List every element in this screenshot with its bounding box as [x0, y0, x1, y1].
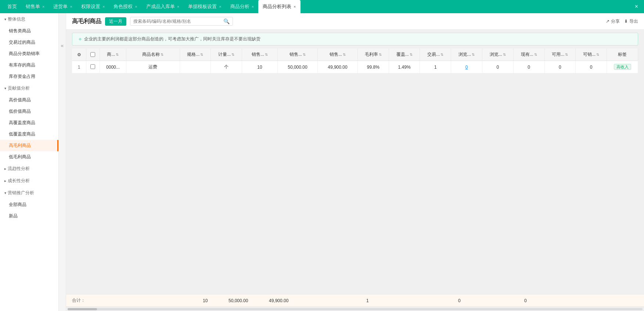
tab-template[interactable]: 单据模板设置 × [184, 0, 226, 13]
sidebar-group-overall[interactable]: ▾ 整体信息 [0, 13, 58, 25]
sort-icon7: ⇅ [343, 53, 346, 57]
cell-current-stock: 0 [513, 61, 544, 73]
tab-close-role[interactable]: × [135, 4, 137, 9]
sort-icon4: ⇅ [231, 53, 234, 57]
content-area: 高毛利商品 近一月 🔍 ↗ 分享 ⬇ 导出 ✧ 企业的主要的利润都是这部分商品创… [66, 13, 644, 311]
table-footer: 合计： 10 50,000.00 49,900.00 1 0 0 [66, 294, 644, 307]
tab-warehouse[interactable]: 产成品入库单 × [142, 0, 184, 13]
cell-available: 0 [544, 61, 576, 73]
cell-spec [180, 61, 211, 73]
sidebar-item-traded-goods[interactable]: 交易过的商品 [0, 37, 58, 48]
tab-purchase[interactable]: 进货单 × [49, 0, 76, 13]
cell-unit: 个 [211, 61, 242, 73]
search-input[interactable] [133, 19, 222, 24]
col-unit[interactable]: 计量... ⇅ [211, 48, 242, 61]
tab-close-analysis[interactable]: × [252, 4, 254, 9]
sort-icon15: ⇅ [596, 53, 599, 57]
tab-role[interactable]: 角色授权 × [109, 0, 141, 13]
sort-icon9: ⇅ [410, 53, 413, 57]
footer-sales-qty: 10 [203, 298, 208, 303]
sidebar-item-low-coverage[interactable]: 低覆盖度商品 [0, 129, 58, 140]
tab-close-purchase[interactable]: × [70, 4, 72, 9]
col-spec[interactable]: 规格... ⇅ [180, 48, 211, 61]
select-all-checkbox[interactable] [90, 52, 95, 57]
page-title: 高毛利商品 [72, 18, 101, 25]
col-settings[interactable]: ⚙ [72, 48, 86, 61]
cell-browse1[interactable]: 0 [451, 61, 482, 73]
horizontal-scrollbar[interactable] [66, 307, 644, 311]
sort-icon5: ⇅ [265, 53, 268, 57]
sidebar-group-marketing[interactable]: ▾ 营销推广分析 [0, 187, 58, 199]
share-icon: ↗ [606, 19, 609, 24]
cell-name: 运费 [126, 61, 180, 73]
sidebar-item-low-value[interactable]: 低价值商品 [0, 106, 58, 117]
filter-recent-month-button[interactable]: 近一月 [105, 17, 126, 26]
sort-icon12: ⇅ [503, 53, 506, 57]
tab-permission[interactable]: 权限设置 × [77, 0, 109, 13]
col-transaction[interactable]: 交易... ⇅ [420, 48, 451, 61]
sort-icon8: ⇅ [379, 53, 382, 57]
chevron-left-icon: « [61, 43, 64, 48]
col-id[interactable]: 商... ⇅ [100, 48, 126, 61]
sidebar-item-low-margin[interactable]: 低毛利商品 [0, 151, 58, 163]
sidebar-item-stock-goods[interactable]: 有库存的商品 [0, 59, 58, 71]
hint-icon: ✧ [78, 37, 82, 42]
window-close-button[interactable]: × [632, 3, 641, 10]
sort-icon14: ⇅ [565, 53, 568, 57]
share-button[interactable]: ↗ 分享 [606, 18, 620, 25]
col-coverage[interactable]: 覆盖... ⇅ [389, 48, 420, 61]
table-wrapper: ⚙ 商... ⇅ [66, 48, 644, 294]
footer-transaction: 1 [355, 298, 380, 303]
sidebar-item-category-rate[interactable]: 商品分类助销率 [0, 48, 58, 59]
sidebar-group-contribution[interactable]: ▾ 贡献值分析 [0, 82, 58, 94]
tab-analysis-list[interactable]: 商品分析列表 × [258, 0, 300, 13]
row-checkbox[interactable] [90, 64, 95, 69]
sidebar-collapse-button[interactable]: « [59, 13, 66, 311]
col-name[interactable]: 商品名称 ⇅ [126, 48, 180, 61]
col-tag[interactable]: 标签 [607, 48, 638, 61]
footer-current-stock: 0 [446, 298, 472, 303]
col-current-stock[interactable]: 现有... ⇅ [513, 48, 544, 61]
sidebar: ▾ 整体信息 销售类商品 交易过的商品 商品分类助销率 有库存的商品 库存资金占… [0, 13, 59, 311]
sidebar-item-new-goods[interactable]: 新品 [0, 210, 58, 222]
tab-sales-order[interactable]: 销售单 × [21, 0, 49, 13]
search-box: 🔍 [130, 17, 233, 26]
tab-analysis[interactable]: 商品分析 × [226, 0, 258, 13]
col-browse1[interactable]: 浏览... ⇅ [451, 48, 482, 61]
tab-close-permission[interactable]: × [102, 4, 105, 9]
sidebar-group-growth[interactable]: ▸ 成长性分析 [0, 175, 58, 187]
tab-homepage[interactable]: 首页 [3, 0, 21, 13]
col-sales-amount[interactable]: 销售... ⇅ [277, 48, 317, 61]
arrow-right-icon: ▸ [4, 167, 6, 171]
sidebar-item-all-goods[interactable]: 全部商品 [0, 199, 58, 210]
sidebar-item-sales-goods[interactable]: 销售类商品 [0, 25, 58, 37]
sidebar-item-high-coverage[interactable]: 高覆盖度商品 [0, 117, 58, 129]
sidebar-item-high-value[interactable]: 高价值商品 [0, 94, 58, 106]
cell-tag: 高收入 [607, 61, 638, 73]
sidebar-item-stock-capital[interactable]: 库存资金占用 [0, 71, 58, 82]
col-saleable[interactable]: 可销... ⇅ [576, 48, 607, 61]
sort-icon6: ⇅ [303, 53, 306, 57]
export-button[interactable]: ⬇ 导出 [624, 18, 638, 25]
col-gross-margin[interactable]: 毛利率 ⇅ [357, 48, 389, 61]
hint-text: 企业的主要的利润都是这部分商品创造的，可考虑加大推广，同时关注库存是不要出现缺货 [84, 36, 260, 42]
footer-label: 合计： [72, 297, 85, 304]
search-icon[interactable]: 🔍 [223, 18, 230, 24]
col-sales-qty[interactable]: 销售... ⇅ [242, 48, 278, 61]
col-browse2[interactable]: 浏览... ⇅ [482, 48, 514, 61]
tab-close-sales[interactable]: × [42, 4, 44, 9]
tab-close-warehouse[interactable]: × [177, 4, 179, 9]
cell-id: 0000... [100, 61, 126, 73]
cell-checkbox [86, 61, 100, 73]
cell-transaction: 1 [420, 61, 451, 73]
tab-close-analysis-list[interactable]: × [294, 4, 296, 9]
main-layout: ▾ 整体信息 销售类商品 交易过的商品 商品分类助销率 有库存的商品 库存资金占… [0, 13, 644, 311]
col-sales-cost[interactable]: 销售... ⇅ [317, 48, 357, 61]
sort-icon3: ⇅ [200, 53, 203, 57]
sort-icon2: ⇅ [161, 53, 163, 57]
scrollbar-thumb[interactable] [68, 308, 97, 310]
sidebar-item-high-margin[interactable]: 高毛利商品 [0, 140, 58, 151]
tab-close-template[interactable]: × [219, 4, 221, 9]
col-available[interactable]: 可用... ⇅ [544, 48, 576, 61]
sidebar-group-trend[interactable]: ▸ 流趋性分析 [0, 163, 58, 175]
